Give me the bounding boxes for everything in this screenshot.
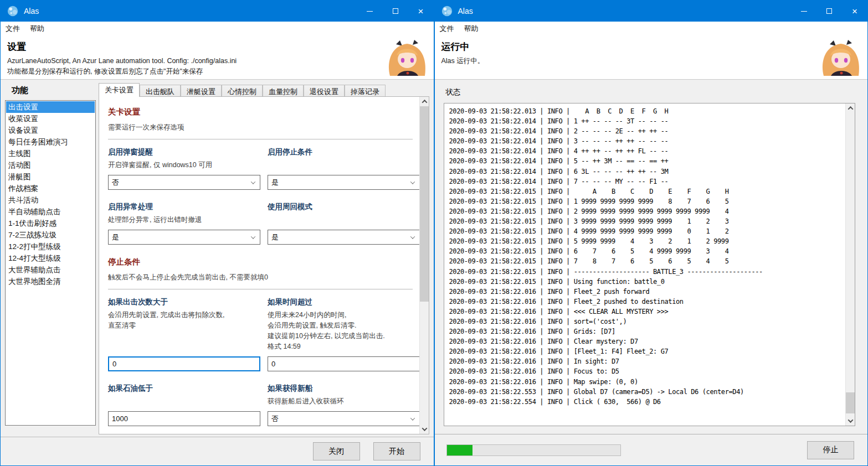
field-description: 格式 14:59: [268, 341, 419, 352]
sidebar-item-8[interactable]: 作战档案: [6, 183, 95, 194]
log-line: 2020-09-03 21:58:22.016 | INFO | Fleet_2…: [449, 297, 846, 307]
tab-1[interactable]: 关卡设置: [99, 83, 140, 97]
close-window-button[interactable]: 关闭: [313, 442, 360, 460]
title-bar[interactable]: Alas ×: [1, 1, 434, 22]
dropdown-value: 是: [112, 232, 119, 242]
header-description-1: Alas 运行中。: [441, 56, 819, 66]
log-scrollbar[interactable]: [845, 103, 855, 426]
log-box: 2020-09-03 21:58:22.013 | INFO | A B C D…: [444, 103, 856, 426]
sidebar-item-9[interactable]: 共斗活动: [6, 194, 95, 206]
tab-5[interactable]: 血量控制: [263, 85, 304, 97]
avatar: [385, 39, 429, 76]
scroll-down-icon[interactable]: [420, 424, 429, 434]
close-button[interactable]: ×: [408, 1, 434, 22]
tab-6[interactable]: 退役设置: [304, 85, 345, 97]
scrollbar-thumb[interactable]: [846, 392, 855, 413]
title-bar[interactable]: Alas ×: [435, 1, 868, 22]
chevron-down-icon: [246, 236, 260, 239]
sidebar-item-11[interactable]: 1-1伏击刷好感: [6, 218, 95, 229]
chevron-down-icon: [406, 417, 419, 421]
control-wrap: 否: [108, 170, 260, 190]
page-header: 设置 AzurLaneAutoScript, An Azur Lane auto…: [1, 36, 434, 80]
runner-footer: 停止: [435, 434, 868, 465]
settings-window: Alas × 文件 帮助 设置 AzurLaneAutoScript, An A…: [0, 0, 434, 466]
form-row: 如果石油低于如果获得新船获得新船后进入收获循环否: [108, 384, 413, 426]
log-line: 2020-09-03 21:58:22.016 | INFO | Fleet_2…: [449, 287, 846, 297]
chevron-glyph: [251, 179, 255, 184]
maximize-button[interactable]: [816, 1, 842, 22]
log-line: 2020-09-03 21:58:22.016 | INFO | Clear m…: [449, 336, 846, 346]
log-line: 2020-09-03 21:58:22.014 | INFO | 2 -- --…: [449, 126, 846, 136]
sidebar-item-12[interactable]: 7-2三战拣垃圾: [6, 229, 95, 241]
group-description: 触发后不会马上停止会先完成当前出击, 不需要就填0: [108, 273, 413, 282]
log-line: 2020-09-03 21:58:22.015 | INFO | 1 9999 …: [449, 196, 846, 206]
dropdown-value: 否: [271, 414, 279, 424]
text-input[interactable]: [268, 356, 419, 371]
menu-file[interactable]: 文件: [1, 22, 25, 36]
group-title: 关卡设置: [108, 107, 413, 117]
minimize-button[interactable]: [791, 1, 816, 22]
dropdown[interactable]: 否: [108, 175, 260, 190]
sidebar-item-14[interactable]: 12-4打大型练级: [6, 252, 95, 264]
tab-3[interactable]: 潜艇设置: [181, 85, 222, 97]
control-wrap: [268, 352, 419, 371]
sidebar-item-1[interactable]: 出击设置: [6, 101, 95, 113]
dropdown[interactable]: 是: [268, 230, 419, 245]
tab-2[interactable]: 出击舰队: [140, 85, 181, 97]
sidebar-item-5[interactable]: 主线图: [6, 148, 95, 159]
menu-help[interactable]: 帮助: [459, 22, 484, 36]
sidebar-item-6[interactable]: 活动图: [6, 159, 95, 171]
sidebar-item-10[interactable]: 半自动辅助点击: [6, 206, 95, 218]
stop-button[interactable]: 停止: [807, 441, 854, 459]
log-line: 2020-09-03 21:58:22.014 | INFO | 4 ++ ++…: [449, 146, 846, 156]
form-field: 如果获得新船获得新船后进入收获循环否: [268, 384, 419, 426]
page-title: 运行中: [441, 40, 819, 53]
header-description-1: AzurLaneAutoScript, An Azur Lane automat…: [7, 56, 385, 66]
sidebar-item-15[interactable]: 大世界辅助点击: [6, 264, 95, 276]
dropdown-value: 是: [271, 232, 279, 242]
log-content: 2020-09-03 21:58:22.013 | INFO | A B C D…: [444, 103, 846, 426]
tab-7[interactable]: 掉落记录: [345, 85, 386, 97]
field-description: 获得新船后进入收获循环: [268, 396, 419, 407]
minimize-button[interactable]: [357, 1, 383, 22]
field-label: 如果出击次数大于: [108, 297, 260, 307]
field-label: 启用异常处理: [108, 202, 260, 212]
sidebar-item-2[interactable]: 收菜设置: [6, 113, 95, 125]
tab-4[interactable]: 心情控制: [222, 85, 263, 97]
field-label: 如果时间超过: [268, 297, 419, 307]
sidebar-item-3[interactable]: 设备设置: [6, 125, 95, 136]
scroll-up-icon[interactable]: [846, 103, 855, 113]
runner-window: Alas × 文件 帮助 运行中 Alas 运行中。 状态 2020-09-03…: [434, 0, 868, 466]
maximize-button[interactable]: [383, 1, 408, 22]
close-button[interactable]: ×: [842, 1, 867, 22]
sidebar-item-13[interactable]: 12-2打中型练级: [6, 241, 95, 252]
text-input[interactable]: [108, 356, 260, 371]
scrollbar-thumb[interactable]: [420, 106, 429, 302]
sidebar-item-16[interactable]: 大世界地图全清: [6, 276, 95, 287]
start-button[interactable]: 开始: [373, 442, 420, 460]
window-title: Alas: [24, 7, 357, 15]
sidebar-item-7[interactable]: 潜艇图: [6, 171, 95, 183]
log-line: 2020-09-03 21:58:22.014 | INFO | 5 -- ++…: [449, 156, 846, 166]
scroll-up-icon[interactable]: [420, 97, 429, 106]
close-icon: ×: [418, 7, 424, 16]
scroll-down-icon[interactable]: [846, 416, 855, 426]
field-label: 使用周回模式: [268, 202, 419, 212]
field-description: 使用未来24小时内的时间,: [268, 310, 419, 320]
group-description: 需要运行一次来保存选项: [108, 123, 413, 132]
minimize-icon: [801, 11, 807, 12]
menu-file[interactable]: 文件: [435, 22, 459, 36]
log-line: 2020-09-03 21:58:22.016 | INFO | [Fleet_…: [449, 346, 846, 356]
form-field: 启用异常处理处理部分异常, 运行出错时撤退是: [108, 202, 260, 245]
sidebar-item-4[interactable]: 每日任务困难演习: [6, 136, 95, 148]
dropdown[interactable]: 是: [268, 175, 419, 190]
dropdown[interactable]: 否: [268, 411, 419, 426]
text-input[interactable]: [108, 411, 260, 426]
control-wrap: 是: [268, 170, 419, 190]
form-scrollbar[interactable]: [419, 97, 429, 434]
menu-help[interactable]: 帮助: [25, 22, 49, 36]
field-description: 会沿用先前设置, 触发后清零.: [268, 320, 419, 331]
log-line: 2020-09-03 21:58:22.014 | INFO | 6 3L --…: [449, 167, 846, 177]
dropdown[interactable]: 是: [108, 230, 260, 245]
form-row: 如果出击次数大于会沿用先前设置, 完成出击将扣除次数,直至清零如果时间超过使用未…: [108, 297, 413, 371]
